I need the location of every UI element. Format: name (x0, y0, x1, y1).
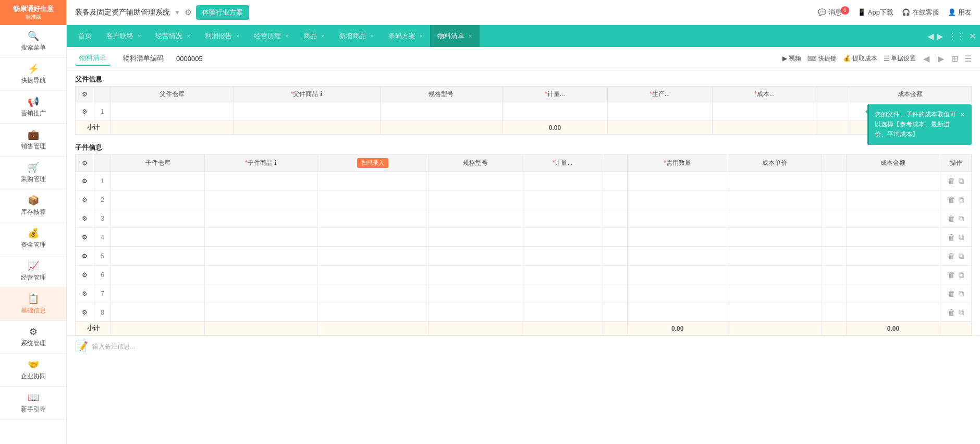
row-unit-cost[interactable] (728, 303, 822, 322)
prev-record-icon[interactable]: ◀ (922, 53, 930, 65)
copy-icon[interactable]: ⧉ (959, 308, 964, 317)
row-child-product[interactable] (205, 284, 317, 303)
sidebar-item-marketing[interactable]: 📢 营销推广 (0, 91, 66, 124)
copy-icon[interactable]: ⧉ (959, 289, 964, 298)
tab-close-icon[interactable]: × (138, 33, 141, 39)
sidebar-item-operations[interactable]: 📈 经营管理 (0, 255, 66, 288)
row-cost[interactable] (712, 102, 817, 121)
row-child-warehouse[interactable] (111, 266, 205, 284)
row-child-spec[interactable] (428, 303, 522, 322)
scan-button[interactable]: 扫码录入 (357, 158, 388, 168)
row-child-product[interactable] (205, 209, 317, 228)
row-warehouse[interactable] (111, 102, 234, 121)
row-unit-cost[interactable] (728, 228, 822, 247)
nav-next-icon[interactable]: ▶ (936, 30, 944, 42)
tab-operations-status[interactable]: 经营情况 × (148, 25, 197, 47)
list-view-icon[interactable]: ☰ (964, 54, 972, 64)
row-produce[interactable] (607, 102, 712, 121)
sidebar-item-finance[interactable]: 💰 资金管理 (0, 222, 66, 255)
row-unit-cost[interactable] (728, 190, 822, 209)
row-required-qty[interactable] (627, 247, 728, 266)
sidebar-item-cooperation[interactable]: 🤝 企业协同 (0, 354, 66, 387)
row-settings[interactable]: ⚙ (76, 228, 94, 247)
sidebar-item-inventory[interactable]: 📦 库存核算 (0, 189, 66, 222)
row-required-qty[interactable] (627, 190, 728, 209)
row-child-spec[interactable] (428, 247, 522, 266)
sidebar-item-basic-info[interactable]: 📋 基础信息 (0, 288, 66, 321)
row-unit-cost[interactable] (728, 209, 822, 228)
subheader-tab-bom[interactable]: 物料清单 (75, 51, 111, 66)
delete-icon[interactable]: 🗑 (948, 195, 956, 204)
tab-close-icon[interactable]: × (236, 33, 239, 39)
row-settings[interactable]: ⚙ (76, 102, 94, 121)
tab-history[interactable]: 经营历程 × (247, 25, 296, 47)
delete-icon[interactable]: 🗑 (948, 214, 956, 223)
row-settings[interactable]: ⚙ (76, 247, 94, 266)
row-child-qty-unit[interactable] (522, 209, 603, 228)
sidebar-item-quick-nav[interactable]: ⚡ 快捷导航 (0, 58, 66, 91)
gear-icon[interactable]: ⚙ (185, 7, 192, 17)
experience-button[interactable]: 体验行业方案 (196, 5, 249, 20)
tab-close-icon[interactable]: × (370, 33, 373, 39)
sidebar-item-guide[interactable]: 📖 新手引导 (0, 387, 66, 419)
row-required-qty[interactable] (627, 266, 728, 284)
close-all-icon[interactable]: ✕ (969, 31, 976, 41)
sidebar-item-sales[interactable]: 💼 销售管理 (0, 124, 66, 157)
row-child-qty-unit[interactable] (522, 303, 603, 322)
row-product[interactable] (233, 102, 380, 121)
sidebar-item-system[interactable]: ⚙ 系统管理 (0, 321, 66, 354)
row-settings[interactable]: ⚙ (76, 266, 94, 284)
tab-close-icon[interactable]: × (420, 33, 423, 39)
row-settings[interactable]: ⚙ (76, 303, 94, 322)
row-child-warehouse[interactable] (111, 172, 205, 190)
row-unit-cost[interactable] (728, 266, 822, 284)
tab-bom[interactable]: 物料清单 × (430, 25, 479, 47)
delete-icon[interactable]: 🗑 (948, 251, 956, 260)
app-download-item[interactable]: 📱 App下载 (858, 8, 893, 17)
nav-prev-icon[interactable]: ◀ (926, 30, 935, 42)
delete-icon[interactable]: 🗑 (948, 270, 956, 279)
tab-profit[interactable]: 利润报告 × (198, 25, 247, 47)
row-required-qty[interactable] (627, 172, 728, 190)
row-unit-cost[interactable] (728, 284, 822, 303)
row-child-spec[interactable] (428, 172, 522, 190)
tab-home[interactable]: 首页 (71, 25, 99, 47)
row-child-product[interactable] (205, 266, 317, 284)
tooltip-close-button[interactable]: × (960, 110, 964, 121)
doc-settings-action[interactable]: ☰ 单据设置 (884, 54, 916, 63)
row-required-qty[interactable] (627, 209, 728, 228)
row-child-spec[interactable] (428, 228, 522, 247)
delete-icon[interactable]: 🗑 (948, 308, 956, 317)
row-child-product[interactable] (205, 228, 317, 247)
row-required-qty[interactable] (627, 284, 728, 303)
note-icon[interactable]: 📝 (75, 340, 88, 353)
row-child-spec[interactable] (428, 190, 522, 209)
copy-icon[interactable]: ⧉ (959, 195, 964, 205)
table-view-icon[interactable]: ⊞ (951, 54, 958, 64)
row-child-product[interactable] (205, 190, 317, 209)
row-child-qty-unit[interactable] (522, 190, 603, 209)
tab-close-icon[interactable]: × (469, 33, 472, 39)
row-spec[interactable] (380, 102, 503, 121)
row-child-product[interactable] (205, 172, 317, 190)
delete-icon[interactable]: 🗑 (948, 233, 956, 242)
th-settings[interactable]: ⚙ (76, 155, 94, 172)
tab-close-icon[interactable]: × (285, 33, 288, 39)
user-item[interactable]: 👤 用友 (948, 8, 972, 17)
th-settings[interactable]: ⚙ (76, 87, 94, 102)
message-item[interactable]: 💬 消息 6 (818, 8, 849, 17)
row-settings[interactable]: ⚙ (76, 190, 94, 209)
row-child-qty-unit[interactable] (522, 172, 603, 190)
copy-icon[interactable]: ⧉ (959, 270, 964, 280)
bottom-hint[interactable]: 输入备注信息... (92, 342, 135, 351)
row-child-warehouse[interactable] (111, 190, 205, 209)
row-required-qty[interactable] (627, 303, 728, 322)
tab-close-icon[interactable]: × (321, 33, 324, 39)
row-unit-cost[interactable] (728, 247, 822, 266)
row-child-product[interactable] (205, 303, 317, 322)
row-child-warehouse[interactable] (111, 228, 205, 247)
row-child-warehouse[interactable] (111, 284, 205, 303)
row-child-qty-unit[interactable] (522, 228, 603, 247)
tab-customer[interactable]: 客户联络 × (99, 25, 148, 47)
row-child-qty-unit[interactable] (522, 247, 603, 266)
